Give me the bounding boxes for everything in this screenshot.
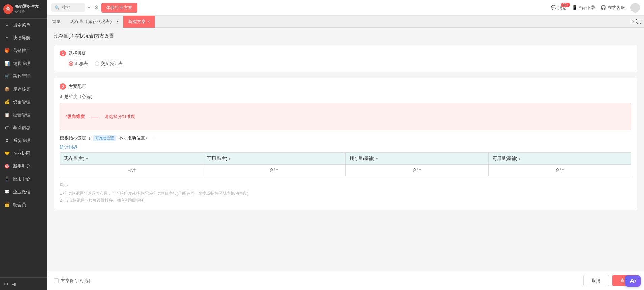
ai-badge[interactable]: Ai — [625, 275, 641, 287]
column-label: 可用量(主) — [207, 155, 228, 162]
sidebar-label-operations: 经营管理 — [13, 112, 30, 118]
main-content: 现存量(库存状况表)方案设置 1 选择模板 汇总表 交叉统计表 2 — [47, 28, 644, 271]
step1-title: 选择模板 — [69, 50, 86, 56]
chevron-down-icon[interactable]: ▾ — [86, 157, 88, 161]
required-star: *纵向维度 — [66, 114, 85, 120]
sidebar-label-sales: 销售管理 — [13, 61, 30, 67]
settings-icon[interactable]: ⚙ — [4, 281, 8, 287]
search-placeholder: 搜索 — [62, 5, 70, 10]
online-service-button[interactable]: 🎧 在线客服 — [601, 5, 625, 11]
stats-title: 统计指标 — [60, 144, 631, 150]
sidebar-item-inventory[interactable]: 📦库存核算 — [0, 83, 47, 96]
sidebar-item-sales[interactable]: 📊销售管理 — [0, 57, 47, 70]
sidebar-icon-system: ⚙ — [4, 138, 10, 144]
tip-2: 2. 点击标题栏下拉可设置排序、插入列和删除列 — [60, 197, 631, 204]
inventory-tab-label: 现存量（库存状况表） — [70, 19, 114, 25]
draggable-badge: 可拖动位置 — [93, 135, 116, 141]
tips-section: 提示： 1.拖动标题栏可以调整布局，不可跨维度或指标区域拖动栏目字段(只能在同一… — [60, 181, 631, 204]
cross-radio-label: 交叉统计表 — [101, 61, 123, 67]
stats-cell: 合计 — [346, 165, 489, 176]
step2-num: 2 — [60, 83, 66, 90]
sidebar-item-operations[interactable]: 📋经营管理 — [0, 108, 47, 121]
tips-title: 提示： — [60, 181, 631, 189]
sidebar-item-quick-nav[interactable]: ⌂快捷导航 — [0, 31, 47, 44]
app-download-button[interactable]: 📱 App下载 — [572, 5, 595, 11]
summary-radio-label: 汇总表 — [75, 61, 88, 67]
sidebar-icon-marketing: 🎁 — [4, 48, 10, 54]
sidebar-footer: ⚙ ◀ — [0, 277, 47, 290]
sidebar-item-wechat[interactable]: 💬企业微信 — [0, 186, 47, 198]
app-icon: 📱 — [572, 5, 577, 10]
search-icon: 🔍 — [55, 5, 60, 10]
sidebar-icon-inventory: 📦 — [4, 86, 10, 92]
sidebar-label-appstore: 应用中心 — [13, 176, 30, 182]
sidebar-item-purchase[interactable]: 🛒采购管理 — [0, 70, 47, 83]
sidebar-item-finance[interactable]: 💰资金管理 — [0, 96, 47, 108]
user-avatar[interactable] — [630, 3, 640, 13]
main-area: 🔍 搜索 ▾ ⚙ 体验行业方案 💬 消息 99+ 📱 App下载 🎧 在线客服 — [47, 0, 644, 290]
required-dimension-area[interactable]: *纵向维度 —— 请选择分组维度 — [60, 103, 631, 130]
chevron-down-icon[interactable]: ▾ — [229, 157, 230, 161]
sidebar-item-marketing[interactable]: 🎁营销推广 — [0, 44, 47, 57]
tab-home[interactable]: 首页 — [47, 16, 66, 28]
panel-close-icon[interactable]: × — [631, 19, 635, 25]
sidebar-icon-enterprise: 🤝 — [4, 150, 10, 156]
sidebar-item-enterprise[interactable]: 🤝企业协同 — [0, 147, 47, 160]
inventory-tab-close[interactable]: × — [116, 19, 119, 24]
dimension-placeholder: 请选择分组维度 — [104, 114, 135, 120]
chevron-down-icon[interactable]: ▾ — [88, 5, 90, 10]
sidebar-icon-member: 👑 — [4, 202, 10, 208]
logo-sub: 标准版 — [15, 9, 39, 14]
panel-expand-icon[interactable]: ⛶ — [636, 19, 641, 25]
stats-header-cell[interactable]: 可用量(主) ▾ — [203, 153, 346, 164]
stats-section: 统计指标 现存量(主) ▾可用量(主) ▾现存量(基辅) ▾可用量(基辅) ▾ … — [60, 144, 631, 176]
summary-radio-dot — [69, 61, 73, 66]
sidebar-label-inventory: 库存核算 — [13, 86, 30, 92]
sidebar-icon-newuser: 🎯 — [4, 163, 10, 169]
search-box[interactable]: 🔍 搜索 — [51, 3, 85, 12]
column-label: 现存量(主) — [64, 155, 85, 162]
sidebar-item-appstore[interactable]: 📱应用中心 — [0, 173, 47, 186]
sidebar-item-system[interactable]: ⚙系统管理 — [0, 134, 47, 147]
tab-new-plan[interactable]: 新建方案 × — [123, 16, 155, 28]
tip-1: 1.拖动标题栏可以调整布局，不可跨维度或指标区域拖动栏目字段(只能在同一维度或指… — [60, 190, 631, 197]
stats-row: 合计合计合计合计 — [60, 164, 631, 176]
sidebar-label-member: 畅会员 — [13, 202, 26, 208]
stats-header-cell[interactable]: 现存量(主) ▾ — [60, 153, 203, 164]
sidebar-icon-search-menu: ≡ — [4, 22, 10, 28]
stats-header-cell[interactable]: 现存量(基辅) ▾ — [346, 153, 489, 164]
cancel-button[interactable]: 取消 — [583, 275, 609, 286]
sidebar-item-basic-info[interactable]: 🗃基础信息 — [0, 121, 47, 134]
new-plan-tab-label: 新建方案 — [128, 19, 146, 25]
sidebar-item-member[interactable]: 👑畅会员 — [0, 198, 47, 211]
cross-radio-dot — [95, 61, 99, 66]
chevron-down-icon[interactable]: ▾ — [519, 157, 520, 161]
tab-inventory-status[interactable]: 现存量（库存状况表） × — [66, 16, 123, 28]
message-button[interactable]: 💬 消息 99+ — [551, 5, 567, 11]
sidebar-icon-operations: 📋 — [4, 112, 10, 118]
chevron-down-icon[interactable]: ▾ — [376, 157, 378, 161]
step2-card: 2 方案配置 汇总维度（必选） *纵向维度 —— 请选择分组维度 模板指标设定（… — [54, 78, 637, 210]
trial-button[interactable]: 体验行业方案 — [101, 3, 137, 13]
indicator-settings-suffix: 不可拖动位置） — [119, 135, 149, 141]
sidebar-label-purchase: 采购管理 — [13, 73, 30, 79]
step2-label: 2 方案配置 — [60, 83, 631, 90]
logo-icon: 兔 — [3, 4, 13, 14]
gear-icon[interactable]: ⚙ — [94, 4, 99, 11]
sidebar-item-newuser[interactable]: 🎯新手引导 — [0, 160, 47, 173]
save-checkbox-label: 方案保存(可选) — [61, 277, 90, 284]
home-tab-label: 首页 — [52, 19, 61, 25]
stats-cell: 合计 — [60, 165, 203, 176]
new-plan-tab-close[interactable]: × — [148, 19, 150, 24]
column-label: 现存量(基辅) — [350, 155, 375, 162]
summary-radio[interactable]: 汇总表 — [69, 61, 88, 67]
stats-header-cell[interactable]: 可用量(基辅) ▾ — [489, 153, 631, 164]
collapse-icon[interactable]: ◀ — [12, 281, 16, 287]
indicator-settings-prefix: 模板指标设定（ — [60, 135, 91, 141]
sidebar-label-quick-nav: 快捷导航 — [13, 35, 30, 41]
cross-radio[interactable]: 交叉统计表 — [95, 61, 123, 67]
sidebar-label-system: 系统管理 — [13, 138, 30, 144]
sidebar-item-search-menu[interactable]: ≡搜索菜单 — [0, 19, 47, 31]
stats-cell: 合计 — [203, 165, 346, 176]
save-checkbox[interactable]: 方案保存(可选) — [54, 277, 90, 284]
